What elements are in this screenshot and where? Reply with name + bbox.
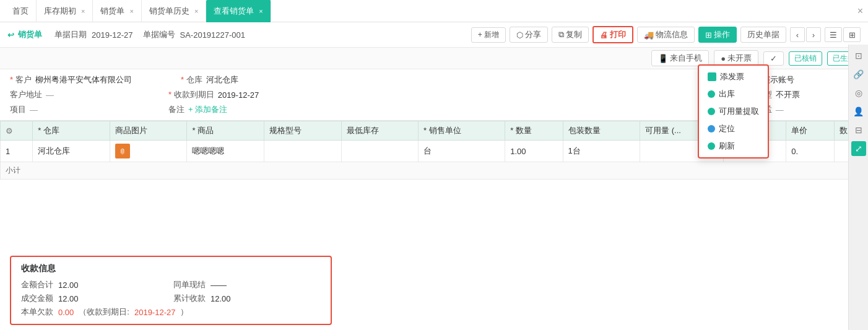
doc-type-label: 销货单	[18, 29, 42, 40]
col-gear: ⚙	[1, 121, 33, 141]
share-button[interactable]: ⬡ 分享	[510, 27, 548, 43]
nav-arrows: ‹ ›	[790, 27, 821, 42]
menu-refresh[interactable]: 刷新	[699, 137, 768, 155]
sidebar-expand-button[interactable]: ⤢	[851, 141, 866, 156]
tab-sales[interactable]: 销货单 ×	[93, 0, 141, 22]
col-product-img: 商品图片	[110, 121, 187, 141]
phone-icon: 📱	[658, 54, 668, 63]
tab-inventory-close[interactable]: ×	[81, 7, 85, 15]
payment-title: 收款信息	[21, 263, 321, 274]
operation-dropdown: 添发票 出库 可用量提取 定位 刷新	[698, 64, 769, 158]
tab-sales-history-close[interactable]: ×	[194, 7, 198, 15]
address-field: 客户地址 —	[10, 89, 134, 100]
payment-date-value: 2019-12-27	[218, 90, 259, 100]
window-close-button[interactable]: ×	[857, 6, 863, 17]
tab-sales-history[interactable]: 销货单历史 ×	[142, 0, 206, 22]
subtotal-label: 小计	[1, 162, 868, 180]
project-label: 项目	[10, 104, 26, 115]
col-min-stock: 最低库存	[341, 121, 419, 141]
tab-home[interactable]: 首页	[5, 0, 37, 22]
check-button[interactable]: ✓	[763, 51, 784, 66]
same-order-value: ——	[210, 280, 227, 290]
payment-grid: 金额合计 12.00 同单现结 —— 成交金额 12.00 累计收款 12.00…	[21, 279, 321, 318]
sales-manager-value: —	[776, 105, 784, 115]
deal-amount-row: 成交金额 12.00	[21, 293, 168, 304]
next-button[interactable]: ›	[806, 27, 821, 42]
cumulative-row: 累计收款 12.00	[173, 293, 321, 304]
new-button[interactable]: + 新增	[471, 27, 506, 43]
logistics-button[interactable]: 🚚 物流信息	[637, 27, 695, 43]
doc-meta: 单据日期 2019-12-27 单据编号 SA-20191227-001	[54, 29, 245, 40]
sidebar-icon-5[interactable]: ⊟	[851, 123, 866, 137]
address-value: —	[46, 90, 54, 100]
payment-date-label: 收款到期日	[168, 89, 214, 100]
owed-value: 0.00	[58, 308, 74, 317]
sidebar-icon-2[interactable]: 🔗	[851, 67, 866, 82]
history-button[interactable]: 历史单据	[740, 27, 786, 43]
customer-value: 柳州粤港平安气体有限公司	[35, 74, 132, 85]
verified-badge: 已核销	[789, 51, 822, 66]
doc-number: 单据编号 SA-20191227-001	[143, 29, 246, 40]
cell-index: 1	[1, 141, 33, 162]
view-toggle: ☰ ⊞	[825, 27, 861, 42]
sidebar-icon-3[interactable]: ◎	[851, 85, 866, 100]
cell-unit: 台	[419, 141, 505, 162]
notes-label: 备注	[168, 104, 184, 115]
doc-date-label: 单据日期 2019-12-27	[54, 29, 133, 40]
menu-outbound[interactable]: 出库	[699, 85, 768, 103]
col-spec: 规格型号	[264, 121, 341, 141]
sidebar-icon-4[interactable]: 👤	[851, 104, 866, 119]
print-button[interactable]: 🖨 打印	[592, 26, 633, 43]
tab-sales-close[interactable]: ×	[129, 7, 133, 15]
doc-actions: + 新增 ⬡ 分享 ⧉ 复制 🖨 打印 🚚 物流信息 ⊞ 操作 历	[471, 26, 861, 43]
grid-view-button[interactable]: ⊞	[843, 27, 861, 42]
warehouse-label: 仓库	[181, 74, 202, 85]
copy-button[interactable]: ⧉ 复制	[552, 27, 589, 43]
cell-spec	[264, 141, 341, 162]
add-invoice-icon	[708, 72, 716, 81]
tab-view-sales[interactable]: 查看销货单 ×	[206, 0, 271, 22]
cell-product: 嗯嗯嗯嗯	[187, 141, 264, 162]
locate-icon	[708, 125, 715, 132]
add-invoice-label: 添发票	[720, 71, 744, 82]
cell-qty: 1.00	[505, 141, 563, 162]
doc-header: ↩ 销货单 单据日期 2019-12-27 单据编号 SA-20191227-0…	[0, 22, 868, 48]
operation-button[interactable]: ⊞ 操作	[698, 27, 737, 43]
bottom-section: 收款信息 金额合计 12.00 同单现结 —— 成交金额 12.00 累计收款 …	[0, 251, 868, 330]
owed-label: 本单欠款	[21, 306, 53, 318]
warehouse-field: 仓库 河北仓库	[181, 74, 305, 85]
right-sidebar: ⊡ 🔗 ◎ 👤 ⊟ ⤢	[848, 45, 868, 330]
menu-add-invoice[interactable]: 添发票	[699, 68, 768, 85]
owed-row: 本单欠款 0.00 （收款到期日: 2019-12-27 ）	[21, 306, 321, 318]
subtotal-row: 小计	[1, 162, 868, 180]
menu-locate[interactable]: 定位	[699, 120, 768, 137]
print-icon: 🖨	[600, 30, 608, 40]
sidebar-icon-1[interactable]: ⊡	[851, 48, 866, 63]
cell-min-stock	[341, 141, 419, 162]
add-notes-button[interactable]: + 添加备注	[188, 104, 227, 115]
col-qty: * 数量	[505, 121, 563, 141]
prev-button[interactable]: ‹	[790, 27, 805, 42]
owed-date: 2019-12-27	[134, 308, 176, 317]
list-view-button[interactable]: ☰	[825, 27, 842, 42]
customer-field: 客户 柳州粤港平安气体有限公司	[10, 74, 134, 85]
owed-note: （收款到期日:	[79, 306, 129, 318]
project-value: —	[30, 105, 38, 115]
payment-box: 收款信息 金额合计 12.00 同单现结 —— 成交金额 12.00 累计收款 …	[10, 256, 332, 325]
menu-available-qty[interactable]: 可用量提取	[699, 103, 768, 120]
truck-icon: 🚚	[644, 30, 654, 40]
cumulative-value: 12.00	[210, 294, 231, 303]
ticket-icon: ●	[721, 54, 726, 63]
refresh-icon	[708, 142, 715, 150]
col-warehouse: * 仓库	[33, 121, 110, 141]
col-product: * 商品	[187, 121, 264, 141]
tab-view-sales-close[interactable]: ×	[259, 7, 263, 15]
tab-inventory[interactable]: 库存期初 ×	[37, 0, 93, 22]
notes-field: 备注 + 添加备注	[168, 104, 292, 115]
cumulative-label: 累计收款	[173, 293, 206, 304]
locate-label: 定位	[719, 123, 735, 134]
available-qty-icon	[708, 108, 715, 115]
copy-icon: ⧉	[558, 30, 564, 40]
col-price: 单价	[786, 121, 835, 141]
share-icon: ⬡	[516, 30, 523, 40]
